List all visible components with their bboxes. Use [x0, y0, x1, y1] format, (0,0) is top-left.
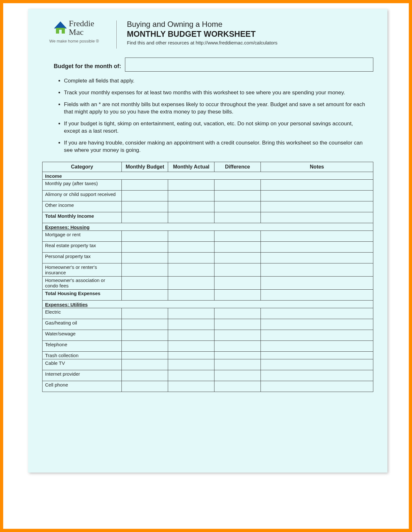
title-line1: Buying and Owning a Home — [127, 20, 277, 29]
cell-actual[interactable] — [168, 370, 214, 381]
cell-actual[interactable] — [168, 276, 214, 289]
cell-notes[interactable] — [261, 289, 373, 300]
cell-actual[interactable] — [168, 340, 214, 351]
cell-difference[interactable] — [214, 212, 261, 223]
cell-budget[interactable] — [122, 319, 168, 330]
cell-actual[interactable] — [168, 179, 214, 190]
month-input[interactable] — [125, 58, 373, 72]
row-category: Mortgage or rent — [43, 231, 122, 241]
cell-difference[interactable] — [214, 201, 261, 212]
table-row: Alimony or child support received — [43, 190, 373, 201]
cell-notes[interactable] — [261, 381, 373, 392]
cell-actual[interactable] — [168, 308, 214, 319]
cell-difference[interactable] — [214, 179, 261, 190]
cell-difference[interactable] — [214, 190, 261, 201]
cell-notes[interactable] — [261, 201, 373, 212]
cell-notes[interactable] — [261, 330, 373, 340]
row-category: Monthly pay (after taxes) — [43, 179, 122, 190]
col-notes: Notes — [261, 162, 373, 172]
cell-difference[interactable] — [214, 263, 261, 276]
cell-notes[interactable] — [261, 351, 373, 359]
row-category: Cable TV — [43, 359, 122, 370]
cell-notes[interactable] — [261, 179, 373, 190]
cell-notes[interactable] — [261, 308, 373, 319]
cell-budget[interactable] — [122, 252, 168, 263]
cell-difference[interactable] — [214, 351, 261, 359]
cell-difference[interactable] — [214, 340, 261, 351]
cell-difference[interactable] — [214, 276, 261, 289]
cell-actual[interactable] — [168, 212, 214, 223]
row-category: Real estate property tax — [43, 241, 122, 252]
col-monthly-budget: Monthly Budget — [122, 162, 168, 172]
cell-notes[interactable] — [261, 370, 373, 381]
cell-notes[interactable] — [261, 319, 373, 330]
cell-budget[interactable] — [122, 330, 168, 340]
cell-budget[interactable] — [122, 289, 168, 300]
row-category: Trash collection — [43, 351, 122, 359]
cell-notes[interactable] — [261, 241, 373, 252]
cell-actual[interactable] — [168, 351, 214, 359]
cell-actual[interactable] — [168, 190, 214, 201]
section-header: Expenses: Utilities — [43, 300, 373, 308]
cell-budget[interactable] — [122, 263, 168, 276]
title-block: Buying and Owning a Home MONTHLY BUDGET … — [127, 19, 277, 45]
cell-actual[interactable] — [168, 359, 214, 370]
cell-actual[interactable] — [168, 263, 214, 276]
cell-notes[interactable] — [261, 340, 373, 351]
cell-budget[interactable] — [122, 370, 168, 381]
cell-budget[interactable] — [122, 340, 168, 351]
cell-budget[interactable] — [122, 190, 168, 201]
cell-budget[interactable] — [122, 276, 168, 289]
row-category: Gas/heating oil — [43, 319, 122, 330]
cell-difference[interactable] — [214, 370, 261, 381]
cell-actual[interactable] — [168, 241, 214, 252]
table-row: Cable TV — [43, 359, 373, 370]
cell-actual[interactable] — [168, 231, 214, 241]
cell-notes[interactable] — [261, 276, 373, 289]
cell-notes[interactable] — [261, 252, 373, 263]
cell-actual[interactable] — [168, 319, 214, 330]
cell-actual[interactable] — [168, 289, 214, 300]
row-category: Homeowner's or renter's insurance — [43, 263, 122, 276]
cell-difference[interactable] — [214, 231, 261, 241]
table-row: Homeowner's or renter's insurance — [43, 263, 373, 276]
cell-budget[interactable] — [122, 359, 168, 370]
instruction-item: Fields with an * are not monthly bills b… — [64, 101, 367, 116]
table-header-row: Category Monthly Budget Monthly Actual D… — [43, 162, 373, 172]
header-divider — [116, 20, 117, 49]
total-label: Total Housing Expenses — [43, 289, 122, 300]
cell-notes[interactable] — [261, 231, 373, 241]
cell-difference[interactable] — [214, 359, 261, 370]
logo-block: Freddie Mac We make home possible ® — [42, 19, 106, 43]
total-row: Total Monthly Income — [43, 212, 373, 223]
instruction-item: Track your monthly expenses for at least… — [64, 89, 367, 97]
cell-difference[interactable] — [214, 308, 261, 319]
cell-budget[interactable] — [122, 241, 168, 252]
cell-budget[interactable] — [122, 201, 168, 212]
cell-difference[interactable] — [214, 319, 261, 330]
cell-budget[interactable] — [122, 308, 168, 319]
cell-actual[interactable] — [168, 330, 214, 340]
total-row: Total Housing Expenses — [43, 289, 373, 300]
cell-actual[interactable] — [168, 201, 214, 212]
table-row: Personal property tax — [43, 252, 373, 263]
cell-budget[interactable] — [122, 212, 168, 223]
budget-table: Category Monthly Budget Monthly Actual D… — [42, 162, 373, 392]
cell-budget[interactable] — [122, 231, 168, 241]
cell-actual[interactable] — [168, 252, 214, 263]
cell-difference[interactable] — [214, 381, 261, 392]
cell-notes[interactable] — [261, 359, 373, 370]
cell-difference[interactable] — [214, 252, 261, 263]
cell-notes[interactable] — [261, 263, 373, 276]
cell-difference[interactable] — [214, 330, 261, 340]
cell-notes[interactable] — [261, 190, 373, 201]
cell-budget[interactable] — [122, 351, 168, 359]
cell-difference[interactable] — [214, 241, 261, 252]
logo-tagline: We make home possible ® — [42, 39, 106, 43]
cell-budget[interactable] — [122, 381, 168, 392]
subtitle: Find this and other resources at http://… — [127, 40, 277, 45]
cell-notes[interactable] — [261, 212, 373, 223]
cell-actual[interactable] — [168, 381, 214, 392]
cell-difference[interactable] — [214, 289, 261, 300]
cell-budget[interactable] — [122, 179, 168, 190]
